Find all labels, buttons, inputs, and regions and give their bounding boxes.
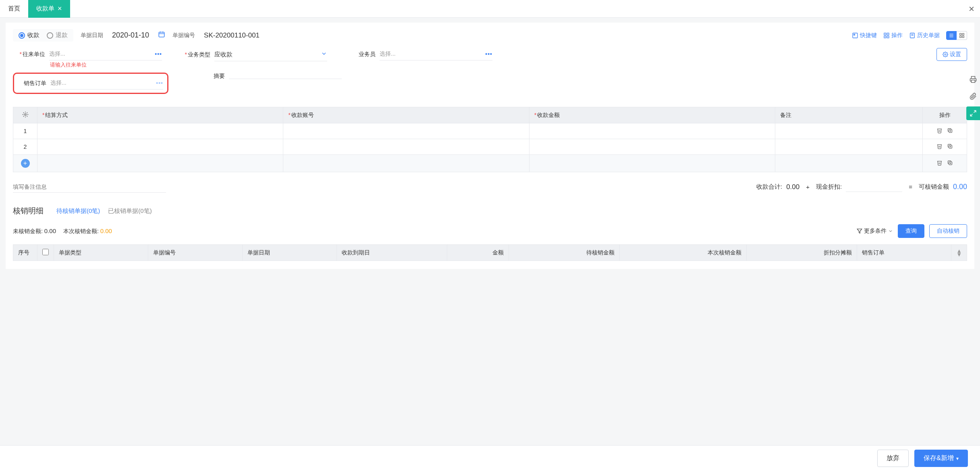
print-icon[interactable]: [966, 73, 980, 86]
cell-remark[interactable]: [775, 139, 923, 155]
cell-amount[interactable]: [529, 139, 775, 155]
row-index: 1: [13, 123, 37, 139]
add-row-button[interactable]: +: [21, 159, 30, 168]
salesorder-label: 销售订单: [18, 80, 46, 87]
copy-icon[interactable]: [947, 144, 953, 150]
document-header: 收款 退款 单据日期 2020-01-10 单据编号 SK-20200110-0…: [6, 23, 974, 46]
delete-icon[interactable]: [936, 144, 943, 150]
history-button[interactable]: 历史单据: [909, 32, 940, 39]
discount-label: 现金折扣:: [816, 183, 842, 191]
svg-rect-8: [884, 36, 886, 38]
svg-point-20: [945, 54, 946, 55]
main-content: 收款 退款 单据日期 2020-01-10 单据编号 SK-20200110-0…: [6, 23, 974, 269]
writeoff-filter-row: 未核销金额: 0.00 本次核销金额: 0.00 更多条件 查询 自动核销: [6, 222, 974, 244]
cell-amount[interactable]: [529, 123, 775, 139]
chevron-down-icon[interactable]: [321, 50, 327, 58]
tab-done-writeoff[interactable]: 已核销单据(0笔): [108, 207, 152, 215]
summary-input[interactable]: [229, 74, 342, 79]
svg-rect-5: [854, 34, 855, 35]
col-seq: 序号: [13, 245, 37, 261]
col-salesorder[interactable]: 销售订单: [857, 245, 951, 261]
delete-icon[interactable]: [936, 160, 943, 167]
toolbar-right: 快捷键 操作 历史单据: [852, 31, 967, 40]
tab-pending-writeoff[interactable]: 待核销单据(0笔): [56, 207, 100, 215]
expand-icon[interactable]: [966, 106, 980, 120]
lookup-icon[interactable]: •••: [485, 51, 492, 57]
tab-home[interactable]: 首页: [0, 0, 28, 18]
discount-input[interactable]: [846, 182, 902, 192]
col-discshare[interactable]: 折扣分摊额: [746, 245, 857, 261]
tab-bar: 首页 收款单 × ×: [0, 0, 980, 18]
tab-receipt[interactable]: 收款单 ×: [28, 0, 70, 18]
doc-no-value: SK-20200110-001: [204, 31, 260, 40]
col-action: 操作: [923, 107, 967, 123]
total-label: 收款合计:: [756, 183, 782, 191]
writeoff-section-header: 核销明细 待核销单据(0笔) 已核销单据(0笔): [6, 200, 974, 222]
side-toolbar: [966, 73, 980, 120]
svg-line-33: [974, 110, 976, 113]
delete-icon[interactable]: [936, 128, 943, 135]
cell-settle[interactable]: [37, 123, 283, 139]
row-index: 2: [13, 139, 37, 155]
salesman-label: 业务员: [343, 51, 376, 58]
col-amount: *收款金额: [529, 107, 775, 123]
radio-icon: [19, 32, 25, 39]
page-close-icon[interactable]: ×: [969, 3, 974, 15]
summary-label: 摘要: [193, 73, 225, 80]
copy-icon[interactable]: [947, 128, 953, 135]
cell-account[interactable]: [283, 123, 529, 139]
svg-rect-6: [884, 33, 886, 35]
query-button[interactable]: 查询: [898, 224, 924, 238]
payment-lines-table: *结算方式 *收款账号 *收款金额 备注 操作 1: [13, 107, 967, 172]
remark-input[interactable]: [13, 181, 166, 193]
col-amount[interactable]: 金额: [447, 245, 509, 261]
col-type[interactable]: 单据类型: [54, 245, 148, 261]
svg-rect-17: [962, 33, 964, 35]
table-row: 1: [13, 123, 967, 139]
receipt-type-radio-group: 收款 退款: [13, 29, 73, 42]
close-icon[interactable]: ×: [58, 4, 62, 13]
attachment-icon[interactable]: [966, 90, 980, 103]
partner-error: 请输入往来单位: [50, 61, 162, 69]
date-label: 单据日期: [81, 32, 103, 39]
table-row: 2: [13, 139, 967, 155]
salesorder-input[interactable]: 选择... •••: [50, 77, 163, 90]
svg-rect-0: [159, 32, 164, 37]
settings-button[interactable]: 设置: [936, 48, 967, 61]
copy-icon[interactable]: [947, 160, 953, 167]
partner-field: *往来单位 选择... •••: [13, 48, 162, 60]
col-duedate[interactable]: 收款到期日: [336, 245, 447, 261]
cell-account[interactable]: [283, 139, 529, 155]
sort-indicator[interactable]: ▲▼: [951, 245, 967, 261]
eq-sign: =: [909, 183, 912, 190]
lookup-icon[interactable]: •••: [156, 80, 163, 86]
col-no[interactable]: 单据编号: [148, 245, 242, 261]
view-grid-button[interactable]: [957, 31, 967, 40]
shortcut-button[interactable]: 快捷键: [852, 32, 877, 39]
svg-rect-7: [887, 33, 889, 35]
date-value[interactable]: 2020-01-10: [112, 31, 149, 40]
col-date[interactable]: 单据日期: [242, 245, 336, 261]
radio-receipt[interactable]: 收款: [19, 31, 39, 39]
svg-rect-9: [887, 36, 889, 38]
salesman-input[interactable]: 选择... •••: [380, 48, 492, 60]
unverified-amount: 未核销金额: 0.00: [13, 227, 56, 235]
select-all-checkbox[interactable]: [42, 249, 49, 255]
cell-remark[interactable]: [775, 123, 923, 139]
cell-settle[interactable]: [37, 139, 283, 155]
radio-refund[interactable]: 退款: [47, 31, 68, 39]
more-filter-button[interactable]: 更多条件: [857, 227, 893, 235]
salesman-field: 业务员 选择... •••: [343, 48, 492, 60]
biztype-field: *业务类型 应收款: [178, 48, 327, 61]
operate-button[interactable]: 操作: [883, 32, 903, 39]
auto-writeoff-button[interactable]: 自动核销: [929, 224, 967, 238]
view-list-button[interactable]: [946, 31, 957, 40]
partner-input[interactable]: 选择... •••: [49, 48, 162, 60]
gear-icon[interactable]: [13, 107, 37, 123]
lookup-icon[interactable]: •••: [155, 51, 162, 57]
col-remark: 备注: [775, 107, 923, 123]
col-pending[interactable]: 待核销金额: [509, 245, 619, 261]
calendar-icon[interactable]: [158, 31, 165, 40]
col-thisamt[interactable]: 本次核销金额: [619, 245, 746, 261]
biztype-select[interactable]: 应收款: [214, 48, 327, 61]
